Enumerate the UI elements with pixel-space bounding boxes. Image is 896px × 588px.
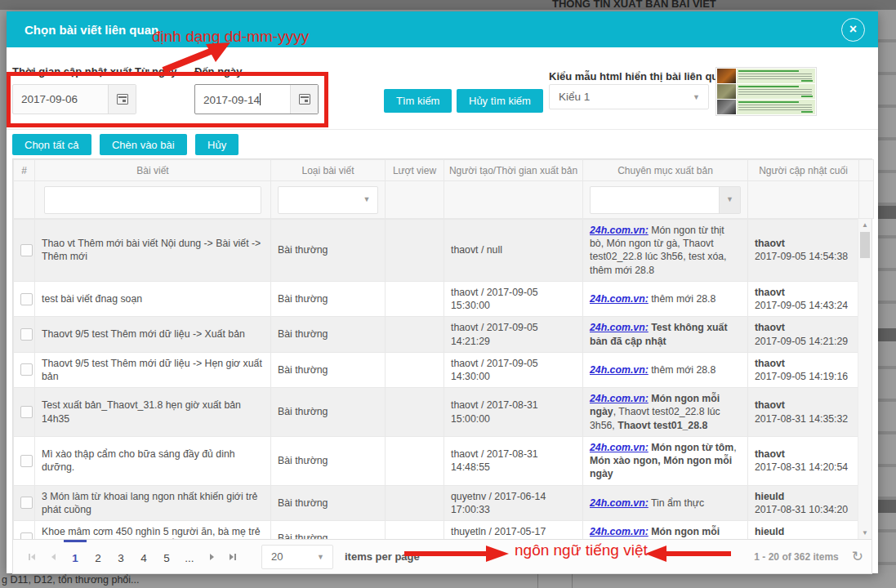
prev-page-icon[interactable]: [42, 540, 64, 574]
row-checkbox[interactable]: [20, 497, 33, 509]
category-cell: 24h.com.vn: Món ngon mỗi ngày, Thaovt te…: [583, 388, 748, 437]
page-size-dropdown[interactable]: 20 ▼: [261, 545, 333, 569]
updater-cell: thaovt2017-09-05 14:54:38: [748, 220, 859, 282]
article-filter-input[interactable]: [44, 186, 261, 214]
category-list: thêm mới 28.8: [649, 364, 716, 376]
annotation-arrow-left: [645, 546, 731, 562]
updater-name: thaovt: [755, 399, 852, 412]
page-button-4[interactable]: 4: [132, 540, 155, 574]
type-filter-dropdown[interactable]: ▼: [278, 186, 378, 214]
dialog-header: Chọn bài viết liên quan ×: [7, 11, 878, 47]
views-cell: [386, 436, 444, 485]
cancel-search-button[interactable]: Hủy tìm kiếm: [457, 89, 543, 113]
page-size-value: 20: [271, 550, 317, 563]
source-link[interactable]: 24h.com.vn:: [590, 393, 649, 404]
updater-name: thaovt: [755, 237, 852, 250]
article-title-cell: Thaovt 9/5 test Thêm mới dữ liệu -> Hẹn …: [35, 352, 271, 387]
article-type-cell: Bài thường: [271, 317, 386, 352]
insert-into-article-button[interactable]: Chèn vào bài: [100, 134, 187, 155]
scrollbar-thumb[interactable]: [860, 232, 870, 258]
page-button-more[interactable]: ...: [178, 540, 201, 574]
updater-name: hieuld: [755, 525, 852, 538]
updated-time: 2017-08-31 14:35:32: [755, 413, 848, 425]
cancel-button[interactable]: Hủy: [195, 134, 238, 155]
actions-bar: Chọn tất cả Chèn vào bài Hủy: [7, 130, 878, 158]
source-link[interactable]: 24h.com.vn:: [590, 293, 649, 305]
col-header-index: #: [14, 160, 35, 181]
preview-photo: [717, 84, 736, 99]
category-cell: 24h.com.vn: thêm mới 28.8: [583, 352, 748, 387]
background-page-right-strip: [878, 10, 896, 573]
article-title-cell: 3 Món làm từ khoai lang ngon nhất khiến …: [35, 485, 271, 520]
updater-name: thaovt: [755, 286, 852, 299]
page-button-1[interactable]: 1: [64, 540, 87, 574]
close-icon[interactable]: ×: [841, 18, 865, 42]
row-checkbox[interactable]: [20, 532, 33, 539]
article-type-cell: Bài thường: [271, 388, 386, 437]
vertical-scrollbar[interactable]: ▲ ▼: [858, 219, 871, 539]
updated-time: 2017-09-05 14:54:38: [755, 251, 848, 262]
source-link[interactable]: 24h.com.vn:: [590, 322, 649, 333]
page-button-5[interactable]: 5: [155, 540, 178, 574]
scroll-down-icon[interactable]: ▼: [858, 529, 871, 537]
source-link[interactable]: 24h.com.vn:: [590, 526, 649, 537]
row-checkbox[interactable]: [20, 455, 33, 467]
article-title-cell: test bài viết đnag soạn: [35, 281, 271, 316]
category-cell: 24h.com.vn: Món ngon mỗi ngày, Tin ẩm th…: [583, 520, 748, 539]
category-list: Tin ẩm thực: [649, 497, 704, 509]
article-title-cell: Test xuất bản_Thaovt_31.8 hẹn giờ xuất b…: [35, 388, 271, 437]
row-checkbox[interactable]: [20, 406, 33, 418]
row-checkbox[interactable]: [20, 293, 33, 305]
page-button-2[interactable]: 2: [87, 540, 109, 574]
background-divider: [572, 573, 573, 588]
category-cell: 24h.com.vn: Món ngon từ tôm, Món xào ngo…: [583, 436, 748, 485]
scroll-up-icon[interactable]: ▲: [858, 221, 871, 229]
table-row: 3 Món làm từ khoai lang ngon nhất khiến …: [14, 485, 859, 520]
updated-time: 2017-09-05 14:19:16: [755, 371, 848, 382]
row-checkbox[interactable]: [20, 363, 33, 376]
source-link[interactable]: 24h.com.vn:: [590, 442, 649, 453]
category-filter-dropdown[interactable]: ▼: [590, 186, 741, 214]
col-header-article[interactable]: Bài viết: [35, 160, 271, 181]
source-link[interactable]: 24h.com.vn:: [590, 497, 649, 509]
search-button[interactable]: Tìm kiếm: [384, 89, 452, 113]
article-type-cell: Bài thường: [271, 520, 386, 539]
page-button-3[interactable]: 3: [109, 540, 132, 574]
col-header-updater[interactable]: Người cập nhật cuối: [748, 160, 859, 181]
col-header-category[interactable]: Chuyên mục xuất bản: [583, 160, 748, 181]
col-header-creator[interactable]: Người tạo/Thời gian xuất bản: [444, 160, 583, 181]
updater-cell: thaovt2017-09-05 14:21:29: [748, 317, 859, 352]
updated-time: 2017-08-31 10:34:20: [755, 504, 848, 515]
article-type-cell: Bài thường: [271, 485, 386, 520]
creator-cell: thuyetln / 2017-05-17 16:29:58: [444, 520, 583, 539]
row-checkbox[interactable]: [20, 328, 33, 341]
creator-cell: quyetnv / 2017-06-14 17:00:33: [444, 485, 583, 520]
views-cell: [386, 520, 444, 539]
chevron-down-icon: ▼: [693, 93, 700, 101]
table-row: test bài viết đnag soạn Bài thường thaov…: [14, 281, 859, 316]
col-header-type[interactable]: Loại bài viết: [271, 160, 386, 181]
source-link[interactable]: 24h.com.vn:: [590, 364, 649, 376]
last-page-icon[interactable]: [222, 540, 243, 574]
preview-photo: [717, 100, 736, 114]
updater-name: thaovt: [755, 448, 852, 461]
updater-name: thaovt: [755, 321, 852, 334]
row-checkbox[interactable]: [20, 244, 33, 256]
scrollbar-spacer: [859, 160, 874, 181]
views-cell: [386, 281, 444, 316]
refresh-icon[interactable]: ↻: [852, 548, 863, 565]
preview-photo: [717, 69, 736, 83]
source-link[interactable]: 24h.com.vn:: [590, 225, 649, 236]
article-type-cell: Bài thường: [271, 436, 386, 485]
updated-time: 2017-08-31 14:20:54: [755, 461, 848, 473]
article-title-cell: Khoe mâm cơm 450 nghìn 5 người ăn, bà mẹ…: [35, 520, 271, 539]
article-title-cell: Thaovt 9/5 test Thêm mới dữ liệu -> Xuất…: [35, 317, 271, 352]
category-cell: 24h.com.vn: thêm mới 28.8: [583, 281, 748, 316]
col-header-views[interactable]: Lượt view: [386, 160, 444, 181]
template-dropdown[interactable]: Kiểu 1 ▼: [549, 84, 709, 109]
table-row: Khoe mâm cơm 450 nghìn 5 người ăn, bà mẹ…: [14, 520, 859, 539]
next-page-icon[interactable]: [201, 540, 222, 574]
creator-cell: thaovt / 2017-09-05 14:30:00: [444, 352, 583, 387]
first-page-icon[interactable]: [21, 540, 42, 574]
select-all-button[interactable]: Chọn tất cả: [12, 134, 91, 155]
